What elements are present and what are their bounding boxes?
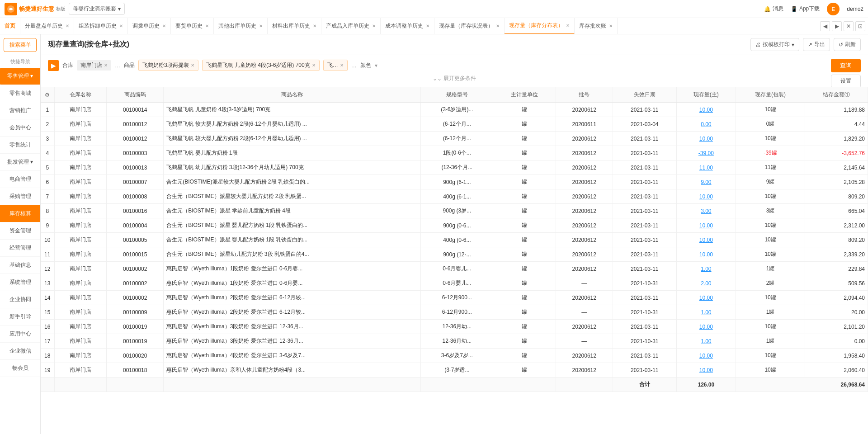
message-btn[interactable]: 🔔 消息: [764, 5, 783, 13]
cell-qty-main[interactable]: 10.00: [676, 291, 736, 305]
close-icon[interactable]: ✕: [162, 24, 166, 28]
close-icon[interactable]: ✕: [205, 24, 209, 28]
cell-qty-main[interactable]: 11.00: [676, 160, 736, 175]
cell-qty-main[interactable]: 2.00: [676, 276, 736, 291]
refresh-btn[interactable]: ↺ 刷新: [834, 38, 861, 51]
industry-selector[interactable]: 母婴行业演示账套 ▾: [69, 3, 125, 15]
tab-qita[interactable]: 其他出库单历史 ✕: [214, 18, 268, 34]
cell-warehouse: 南岸门店: [54, 132, 107, 146]
col-settings[interactable]: ⚙: [41, 87, 54, 103]
cell-qty-main[interactable]: 9.00: [676, 175, 736, 189]
close-icon[interactable]: ✕: [119, 24, 123, 28]
cell-qty-main[interactable]: 10.00: [676, 349, 736, 363]
cell-qty-main[interactable]: 10.00: [676, 247, 736, 262]
sidebar-item-finance[interactable]: 资金管理: [0, 222, 40, 240]
sidebar-item-member-plus[interactable]: 畅会员: [0, 360, 40, 377]
tab-close-current[interactable]: ✕: [844, 21, 854, 31]
warehouse-more-btn[interactable]: …: [115, 62, 120, 69]
close-icon[interactable]: ✕: [609, 24, 613, 28]
tab-diaob[interactable]: 调拨单历史 ✕: [128, 18, 171, 34]
cell-qty-main[interactable]: -39.00: [676, 146, 736, 160]
sidebar-item-basic[interactable]: 基础信息: [0, 257, 40, 274]
color-arrow-down[interactable]: ▾: [375, 62, 377, 69]
filter-toggle-btn[interactable]: ▶: [48, 60, 59, 71]
settings-icon[interactable]: ⚙: [45, 92, 50, 98]
print-btn[interactable]: 🖨 按模板打印 ▾: [750, 38, 799, 51]
app-download-btn[interactable]: 📱 App下载: [791, 5, 820, 13]
tab-xiancun-dist[interactable]: 现存量（库存分布表）✕: [505, 18, 575, 34]
tab-maximize[interactable]: ⊡: [855, 21, 865, 31]
sidebar-item-retail-mall[interactable]: 零售商城: [0, 85, 40, 102]
remove-warehouse-tag[interactable]: ✕: [104, 63, 108, 68]
cell-balance: 2,105.28: [805, 175, 868, 189]
sidebar-item-system[interactable]: 系统管理: [0, 274, 40, 291]
tab-cailiao[interactable]: 材料出库单历史 ✕: [268, 18, 321, 34]
close-icon[interactable]: ✕: [566, 23, 570, 28]
query-btn[interactable]: 查询: [831, 59, 861, 72]
product-more-btn[interactable]: …: [351, 62, 357, 69]
search-menu-btn[interactable]: 搜索菜单: [4, 38, 37, 52]
sidebar-item-ops[interactable]: 经营管理: [0, 240, 40, 257]
table-row: 17 南岸门店 00100019 惠氏启智（Wyeth illuma）3段奶粉 …: [41, 334, 868, 349]
tab-zuhe[interactable]: 组装拆卸单历史 ✕: [74, 18, 128, 34]
close-icon[interactable]: ✕: [496, 24, 500, 28]
cell-qty-main[interactable]: 10.00: [676, 233, 736, 247]
close-icon[interactable]: ✕: [66, 24, 69, 28]
cell-qty-main[interactable]: 1.00: [676, 262, 736, 276]
cell-qty-main[interactable]: 10.00: [676, 189, 736, 204]
sidebar-item-inventory[interactable]: 库存核算: [0, 205, 40, 222]
sidebar-item-marketing[interactable]: 营销推广: [0, 102, 40, 119]
tab-scroll-left[interactable]: ◀: [820, 21, 830, 31]
settings-btn[interactable]: 设置: [831, 75, 861, 88]
tab-chengben[interactable]: 成本调整单历史 ✕: [381, 18, 434, 34]
tab-yaohuo[interactable]: 要货单历史 ✕: [171, 18, 214, 34]
tab-fen-liang[interactable]: 分量盘点单历史 ✕: [20, 18, 74, 34]
user-avatar[interactable]: E: [827, 3, 840, 15]
tab-scroll-right[interactable]: ▶: [832, 21, 842, 31]
username[interactable]: demo2: [847, 6, 863, 12]
cell-qty-main[interactable]: 10.00: [676, 218, 736, 233]
sidebar-item-guide[interactable]: 新手引导: [0, 308, 40, 326]
cell-balance: -3,652.76: [805, 146, 868, 160]
cell-spec: 900g (0-6...: [421, 218, 493, 233]
close-icon[interactable]: ✕: [313, 24, 316, 28]
remove-product-tag-3[interactable]: ✕: [340, 63, 344, 68]
cell-index: 16: [41, 320, 54, 334]
sidebar-item-wechat[interactable]: 企业微信: [0, 343, 40, 360]
tab-kucun-batch[interactable]: 库存批次账 ✕: [575, 18, 618, 34]
cell-qty-main[interactable]: 0.00: [676, 117, 736, 132]
cell-qty-main[interactable]: 10.00: [676, 103, 736, 117]
expand-btn[interactable]: ⌄⌄ 展开更多条件: [433, 75, 476, 82]
cell-expire: 2021-03-11: [613, 103, 676, 117]
tab-xiancun-status[interactable]: 现存量（库存状况表）✕: [434, 18, 505, 34]
sidebar-item-member[interactable]: 会员中心: [0, 119, 40, 137]
summary-qty-main: 126.00: [676, 377, 736, 392]
sidebar-item-app[interactable]: 应用中心: [0, 326, 40, 343]
cell-name: 惠氏启智（Wyeth illuma）2段奶粉 爱尔兰进口 6-12月较...: [164, 291, 421, 305]
cell-qty-main[interactable]: 10.00: [676, 132, 736, 146]
remove-product-tag-1[interactable]: ✕: [191, 63, 194, 68]
sidebar-item-retail[interactable]: 零售管理 ▾: [0, 68, 40, 85]
cell-qty-main[interactable]: 10.00: [676, 363, 736, 377]
sidebar-item-ecommerce[interactable]: 电商管理: [0, 171, 40, 188]
cell-qty-main[interactable]: 3.00: [676, 204, 736, 218]
cell-unit: 罐: [493, 262, 556, 276]
cell-unit: 罐: [493, 305, 556, 320]
cell-qty-main[interactable]: 10.00: [676, 320, 736, 334]
cell-qty-main[interactable]: 1.00: [676, 334, 736, 349]
cell-qty-main[interactable]: 1.00: [676, 305, 736, 320]
remove-product-tag-2[interactable]: ✕: [312, 63, 316, 68]
sidebar-item-collab[interactable]: 企业协同: [0, 291, 40, 308]
cell-code: 00100019: [107, 320, 164, 334]
tab-chancheng[interactable]: 产成品入库单历史 ✕: [321, 18, 381, 34]
chevron-down-icon: ▾: [792, 42, 794, 48]
close-icon[interactable]: ✕: [426, 24, 429, 28]
tab-home[interactable]: 首页: [0, 18, 20, 34]
close-icon[interactable]: ✕: [259, 24, 263, 28]
export-btn[interactable]: ↗ 导出: [803, 38, 830, 51]
cell-index: 9: [41, 218, 54, 233]
sidebar-item-purchase[interactable]: 采购管理: [0, 188, 40, 205]
sidebar-item-retail-stats[interactable]: 零售统计: [0, 137, 40, 154]
close-icon[interactable]: ✕: [372, 24, 376, 28]
sidebar-item-wholesale[interactable]: 批发管理 ▾: [0, 154, 40, 171]
